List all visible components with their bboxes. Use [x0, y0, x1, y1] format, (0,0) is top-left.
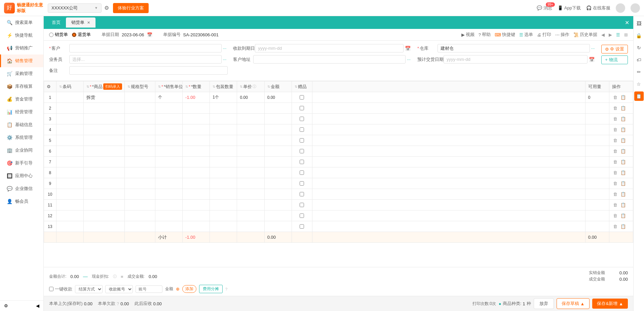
row-gift[interactable]: [292, 124, 312, 135]
payment-date-input[interactable]: [255, 44, 403, 52]
settings-bottom-icon[interactable]: ⚙: [4, 303, 8, 308]
delivery-calendar-icon[interactable]: 📅: [588, 57, 596, 62]
right-panel-star-icon[interactable]: ☆: [634, 79, 644, 89]
help-btn[interactable]: ? 帮助: [479, 32, 491, 38]
sidebar-item-wechat[interactable]: 💬 企业微信: [0, 182, 43, 195]
tab-sales-order[interactable]: 销货单 ✕: [66, 17, 96, 28]
row-barcode[interactable]: [56, 200, 83, 210]
row-spec[interactable]: [124, 135, 155, 146]
list-view-icon[interactable]: ☰: [616, 32, 620, 37]
copy-row-icon[interactable]: 📋: [620, 170, 626, 175]
right-panel-edit-icon[interactable]: ✏: [634, 67, 644, 77]
account-input[interactable]: [136, 285, 162, 293]
copy-row-icon[interactable]: 📋: [620, 149, 626, 154]
row-barcode[interactable]: [56, 221, 83, 232]
setting-button[interactable]: ⚙ ⚙ 设置: [601, 45, 628, 53]
remark-input[interactable]: [69, 66, 228, 75]
logistics-button[interactable]: + 物流: [601, 55, 628, 64]
copy-row-icon[interactable]: 📋: [620, 159, 626, 164]
template-btn[interactable]: ☰ 选单: [519, 32, 533, 38]
sidebar-item-operation[interactable]: 📊 经营管理: [0, 106, 43, 118]
row-gift[interactable]: [292, 189, 312, 200]
user-avatar[interactable]: [616, 3, 625, 13]
debt-help-icon[interactable]: ?: [117, 301, 119, 306]
right-panel-lock-icon[interactable]: 🔒: [634, 31, 644, 40]
price-info-icon[interactable]: ⓘ: [253, 84, 256, 89]
copy-row-icon[interactable]: 📋: [620, 192, 626, 197]
row-spec[interactable]: [124, 178, 155, 189]
delete-row-icon[interactable]: 🗑: [613, 116, 617, 121]
row-spec[interactable]: [124, 167, 155, 178]
prev-record-icon[interactable]: ◀: [601, 32, 605, 37]
close-all-tabs-icon[interactable]: ✕: [623, 18, 631, 27]
save-new-button[interactable]: 保存&新增 ▲: [592, 299, 628, 309]
right-panel-refresh-icon[interactable]: ↻: [634, 43, 644, 52]
account-select[interactable]: 收款账号: [105, 285, 133, 293]
delivery-date-input[interactable]: [444, 55, 588, 64]
delete-row-icon[interactable]: 🗑: [613, 181, 617, 186]
row-barcode[interactable]: [56, 210, 83, 221]
shortcut-btn[interactable]: ⌨ 快捷键: [495, 32, 515, 38]
copy-row-icon[interactable]: 📋: [620, 213, 626, 218]
customer-addr-input[interactable]: [253, 55, 406, 64]
cash-discount-info-icon[interactable]: ⓘ: [113, 274, 117, 279]
col-header-settings[interactable]: ⚙: [44, 81, 56, 92]
sidebar-item-system[interactable]: ⚙️ 系统管理: [0, 131, 43, 144]
payment-method-select[interactable]: 结算方式: [75, 285, 103, 293]
sidebar-item-enterprise[interactable]: 🏢 企业协同: [0, 144, 43, 157]
row-gift[interactable]: [292, 114, 312, 124]
add-payment-button[interactable]: 添加: [182, 285, 196, 293]
salesman-input[interactable]: [69, 55, 222, 64]
expense-help-icon[interactable]: ?: [225, 287, 227, 291]
radio-return[interactable]: 退货单: [72, 32, 91, 38]
row-barcode[interactable]: [56, 114, 83, 124]
copy-row-icon[interactable]: 📋: [620, 95, 626, 100]
customer-dots-btn[interactable]: ···: [222, 46, 228, 51]
sidebar-item-appcenter[interactable]: 🔲 应用中心: [0, 169, 43, 182]
delete-row-icon[interactable]: 🗑: [613, 127, 617, 132]
sidebar-item-search[interactable]: 🔍 搜索菜单: [0, 16, 43, 29]
copy-row-icon[interactable]: 📋: [620, 127, 626, 132]
row-gift[interactable]: [292, 146, 312, 157]
delete-row-icon[interactable]: 🗑: [613, 202, 617, 207]
row-gift[interactable]: [292, 157, 312, 167]
operations-btn[interactable]: ⋯ 操作: [555, 32, 569, 38]
row-gift[interactable]: [292, 178, 312, 189]
add-btn-icon[interactable]: ⊕: [176, 286, 180, 291]
row-spec[interactable]: [124, 146, 155, 157]
delete-row-icon[interactable]: 🗑: [613, 95, 617, 100]
row-barcode[interactable]: [56, 146, 83, 157]
row-gift[interactable]: [292, 221, 312, 232]
row-spec[interactable]: [124, 103, 155, 114]
collapse-icon[interactable]: ◀: [36, 303, 39, 308]
online-service-item[interactable]: 🎧 在线客服: [586, 5, 610, 11]
copy-row-icon[interactable]: 📋: [620, 202, 626, 207]
row-spec[interactable]: [124, 124, 155, 135]
settings-icon[interactable]: ⚙: [104, 5, 109, 11]
grid-view-icon[interactable]: ⊞: [624, 32, 628, 37]
delete-row-icon[interactable]: 🗑: [613, 159, 617, 164]
expense-btn[interactable]: 费用分摊: [199, 285, 223, 293]
right-panel-image-icon[interactable]: 🖼: [634, 19, 644, 28]
row-barcode[interactable]: [56, 157, 83, 167]
sidebar-item-marketing[interactable]: 📢 营销推广: [0, 42, 43, 54]
row-spec[interactable]: [124, 200, 155, 210]
video-help-btn[interactable]: ▶ 视频: [461, 32, 475, 38]
sidebar-item-member[interactable]: 👤 畅会员: [0, 195, 43, 208]
one-click-pay-checkbox[interactable]: 一键收款: [49, 286, 72, 292]
row-barcode[interactable]: [56, 103, 83, 114]
calendar-icon[interactable]: 📅: [147, 32, 152, 37]
delete-row-icon[interactable]: 🗑: [613, 192, 617, 197]
scan-btn[interactable]: 扫码录入: [103, 83, 122, 90]
save-draft-button[interactable]: 保存草稿 ▲: [557, 298, 590, 309]
company-selector[interactable]: XXXXXX公司 ▼: [48, 3, 102, 13]
delete-row-icon[interactable]: 🗑: [613, 106, 617, 111]
row-gift[interactable]: [292, 92, 312, 103]
user-avatar-2[interactable]: [631, 3, 640, 13]
table-wrapper[interactable]: ⚙ ⇅ 条码 ⇅ **商品: [44, 81, 633, 267]
sidebar-item-inventory[interactable]: 📦 库存核算: [0, 80, 43, 93]
copy-row-icon[interactable]: 📋: [620, 106, 626, 111]
sidebar-item-guide[interactable]: 🎯 新手引导: [0, 157, 43, 169]
history-btn[interactable]: 📜 历史单据: [573, 32, 597, 38]
sidebar-item-sales[interactable]: 🏠 销售管理: [0, 54, 43, 67]
